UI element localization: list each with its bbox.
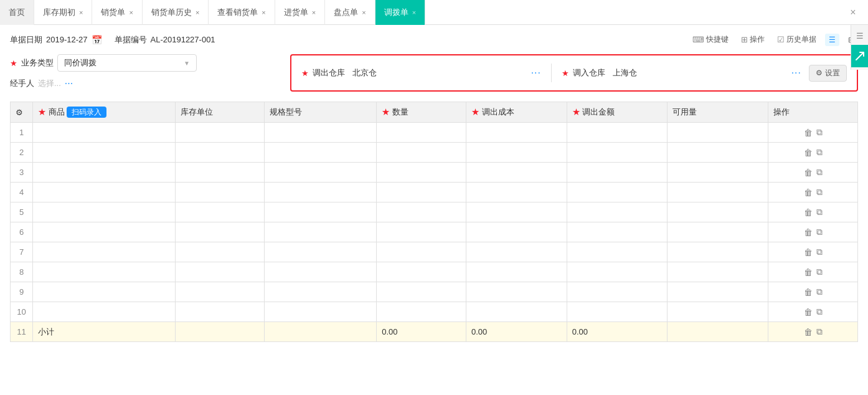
cell-spec[interactable] <box>265 222 377 242</box>
cell-product[interactable] <box>33 282 176 302</box>
cell-amount[interactable] <box>567 302 668 322</box>
cell-unit[interactable] <box>175 123 265 143</box>
cell-cost[interactable] <box>466 202 567 222</box>
cell-qty[interactable] <box>377 163 466 183</box>
cell-product[interactable] <box>33 123 176 143</box>
cell-qty[interactable] <box>377 202 466 222</box>
tab-sales-history-close[interactable]: × <box>196 9 199 16</box>
cell-qty[interactable] <box>377 143 466 163</box>
cell-product[interactable] <box>33 143 176 163</box>
cell-spec[interactable] <box>265 123 377 143</box>
agent-more-button[interactable]: ··· <box>65 78 73 89</box>
cell-unit[interactable] <box>175 242 265 262</box>
cell-qty[interactable] <box>377 183 466 202</box>
history-button[interactable]: ☑ 历史单据 <box>773 32 820 47</box>
cell-cost[interactable] <box>466 183 567 202</box>
cell-cost[interactable] <box>466 262 567 282</box>
cell-cost[interactable] <box>466 242 567 262</box>
cell-cost[interactable] <box>466 163 567 183</box>
tab-inventory-init-close[interactable]: × <box>79 9 83 16</box>
cell-unit[interactable] <box>175 202 265 222</box>
cell-amount[interactable] <box>567 262 668 282</box>
cell-unit[interactable] <box>175 282 265 302</box>
cell-qty[interactable] <box>377 262 466 282</box>
cell-unit[interactable] <box>175 163 265 183</box>
cell-qty[interactable] <box>377 242 466 262</box>
delete-icon[interactable]: 🗑 <box>804 148 813 158</box>
copy-icon-sub[interactable]: ⧉ <box>816 326 823 337</box>
cell-spec[interactable] <box>265 242 377 262</box>
tab-sales-order[interactable]: 销货单 × <box>92 0 142 25</box>
cell-unit[interactable] <box>175 183 265 202</box>
cell-cost[interactable] <box>466 222 567 242</box>
settings-button[interactable]: ⚙ 设置 <box>809 65 847 82</box>
tab-transfer-close[interactable]: × <box>412 9 416 16</box>
copy-icon[interactable]: ⧉ <box>816 147 823 158</box>
copy-icon[interactable]: ⧉ <box>816 227 823 237</box>
cell-amount[interactable] <box>567 282 668 302</box>
cell-product[interactable] <box>33 302 176 322</box>
cell-amount[interactable] <box>567 183 668 202</box>
cell-unit[interactable] <box>175 143 265 163</box>
cell-amount[interactable] <box>567 123 668 143</box>
cell-qty[interactable] <box>377 222 466 242</box>
delete-icon[interactable]: 🗑 <box>804 267 813 277</box>
delete-icon[interactable]: 🗑 <box>804 307 813 317</box>
cell-spec[interactable] <box>265 282 377 302</box>
delete-icon[interactable]: 🗑 <box>804 168 813 178</box>
delete-icon[interactable]: 🗑 <box>804 188 813 198</box>
cell-spec[interactable] <box>265 183 377 202</box>
cell-spec[interactable] <box>265 202 377 222</box>
tab-view-sales-close[interactable]: × <box>262 9 265 16</box>
out-warehouse-more-button[interactable]: ··· <box>531 67 541 79</box>
delete-icon[interactable]: 🗑 <box>804 128 813 138</box>
delete-icon-sub[interactable]: 🗑 <box>804 327 813 337</box>
copy-icon[interactable]: ⧉ <box>816 247 823 257</box>
tab-stocktake[interactable]: 盘点单 × <box>325 0 375 25</box>
copy-icon[interactable]: ⧉ <box>816 167 823 178</box>
cell-spec[interactable] <box>265 163 377 183</box>
cell-unit[interactable] <box>175 302 265 322</box>
tab-view-sales[interactable]: 查看销货单 × <box>209 0 275 25</box>
copy-icon[interactable]: ⧉ <box>816 207 823 217</box>
sidebar-expand-button[interactable] <box>851 45 869 67</box>
tab-transfer[interactable]: 调拨单 × <box>375 0 425 25</box>
cell-qty[interactable] <box>377 123 466 143</box>
cell-product[interactable] <box>33 163 176 183</box>
close-window-button[interactable]: × <box>844 4 862 21</box>
cell-cost[interactable] <box>466 123 567 143</box>
operation-button[interactable]: ⊞ 操作 <box>737 32 768 47</box>
calendar-icon[interactable]: 📅 <box>92 35 102 45</box>
delete-icon[interactable]: 🗑 <box>804 227 813 237</box>
cell-amount[interactable] <box>567 143 668 163</box>
layout-list-button[interactable]: ☰ <box>825 34 839 46</box>
copy-icon[interactable]: ⧉ <box>816 307 823 317</box>
delete-icon[interactable]: 🗑 <box>804 247 813 257</box>
cell-cost[interactable] <box>466 282 567 302</box>
copy-icon[interactable]: ⧉ <box>816 287 823 297</box>
cell-spec[interactable] <box>265 143 377 163</box>
cell-qty[interactable] <box>377 282 466 302</box>
cell-amount[interactable] <box>567 202 668 222</box>
cell-spec[interactable] <box>265 302 377 322</box>
cell-product[interactable] <box>33 202 176 222</box>
delete-icon[interactable]: 🗑 <box>804 287 813 297</box>
cell-product[interactable] <box>33 222 176 242</box>
tab-stocktake-close[interactable]: × <box>362 9 366 16</box>
cell-amount[interactable] <box>567 242 668 262</box>
cell-unit[interactable] <box>175 222 265 242</box>
copy-icon[interactable]: ⧉ <box>816 187 823 198</box>
cell-amount[interactable] <box>567 163 668 183</box>
cell-unit[interactable] <box>175 262 265 282</box>
tab-sales-history[interactable]: 销货单历史 × <box>143 0 209 25</box>
tab-purchase-order-close[interactable]: × <box>312 9 316 16</box>
cell-product[interactable] <box>33 242 176 262</box>
cell-product[interactable] <box>33 262 176 282</box>
cell-product[interactable] <box>33 183 176 202</box>
tab-sales-order-close[interactable]: × <box>129 9 133 16</box>
th-gear[interactable]: ⚙ <box>11 102 33 123</box>
tab-purchase-order[interactable]: 进货单 × <box>275 0 325 25</box>
copy-icon[interactable]: ⧉ <box>816 127 823 138</box>
delete-icon[interactable]: 🗑 <box>804 207 813 217</box>
sidebar-list-button[interactable]: ☰ <box>852 27 868 44</box>
